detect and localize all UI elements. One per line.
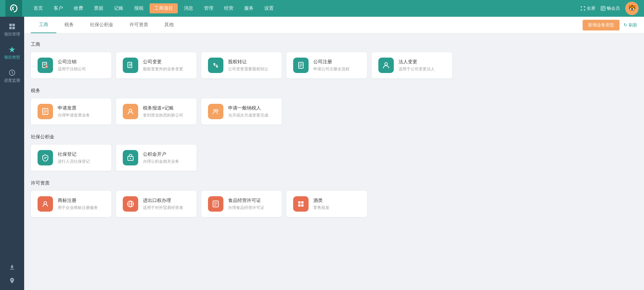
card-icon-invoice	[38, 104, 53, 119]
nav-bookkeeping[interactable]: 记账	[109, 3, 128, 13]
nav-service[interactable]: 服务	[239, 3, 258, 13]
mascot-avatar[interactable]: 🐯	[625, 2, 639, 15]
card-title-importexport: 进出口权办理	[143, 198, 183, 204]
svg-rect-2	[12, 24, 15, 26]
svg-rect-24	[301, 201, 304, 204]
nav-home[interactable]: 首页	[29, 3, 48, 13]
card-icon-importexport	[123, 196, 138, 212]
card-icon-tax-report	[123, 104, 138, 119]
card-text-taxpayer: 申请一般纳税人 当月或次月成变更完成	[228, 105, 268, 118]
card-icon-alcohol	[293, 196, 309, 212]
card-import-export[interactable]: 进出口权办理 适用于对外贸易经营者	[116, 191, 197, 217]
card-desc-tax-report: 拿到营业执照的新公司	[143, 113, 183, 118]
section-license: 许可资质 商标注册 用于企业商标注册服务	[31, 180, 637, 217]
svg-point-12	[385, 63, 387, 65]
tab-other[interactable]: 其他	[156, 17, 182, 33]
card-equity-transfer[interactable]: 股权转让 公司变更需要股权转让	[201, 52, 282, 78]
card-text-company-change: 公司变更 股权变更外的业务变更	[143, 59, 183, 72]
tab-license[interactable]: 许可资质	[121, 17, 156, 33]
member-label: 畅会员	[607, 5, 620, 11]
svg-point-19	[44, 202, 47, 204]
card-tax-report[interactable]: 税务报道+记账 拿到营业执照的新公司	[116, 98, 197, 125]
card-text-register: 公司注册 申请公司注册全流程	[313, 59, 350, 72]
card-icon-company-cancel	[38, 58, 53, 73]
card-text-equity: 股权转让 公司变更需要股权转让	[228, 59, 268, 72]
section-social: 社保公积金 社保登记 进行人员社保登记	[31, 134, 637, 171]
card-title-social: 社保登记	[58, 151, 90, 157]
fullscreen-btn[interactable]: 全屏	[581, 5, 595, 11]
card-title-alcohol: 酒类	[313, 198, 329, 204]
nav-message[interactable]: 消息	[179, 3, 198, 13]
sidebar-label-project-mgmt: 项目管理	[4, 31, 20, 37]
nav-tax[interactable]: 报税	[129, 3, 148, 13]
svg-rect-1	[9, 24, 12, 26]
card-legal-change[interactable]: 法人变更 适用于公司变更法人	[372, 52, 452, 78]
refresh-icon: ↻	[624, 22, 627, 27]
card-text-legal: 法人变更 适用于公司变更法人	[398, 59, 435, 72]
svg-rect-3	[9, 27, 12, 29]
equity-icon	[212, 61, 220, 69]
tab-tax[interactable]: 税务	[56, 17, 82, 33]
cards-grid-commerce: 公司注销 适用于注销公司 公司变更 股权变更外的业务变更	[31, 52, 637, 78]
member-btn[interactable]: 畅会员	[601, 5, 620, 11]
nav-commerce[interactable]: 工商项目	[150, 3, 178, 13]
card-general-taxpayer[interactable]: 申请一般纳税人 当月或次月成变更完成	[201, 98, 282, 125]
card-housing-fund[interactable]: 公积金开户 办理公积金相关业务	[116, 145, 197, 171]
card-title-register: 公司注册	[313, 59, 350, 65]
cards-grid-tax: 申请发票 办理申请发票业务 税务报道+记账 拿到营业执照的新公司	[31, 98, 637, 125]
top-nav: 首页 客户 收费 票据 记账 报税 工商项目 消息 管理 经营 服务 设置 全屏…	[0, 0, 644, 17]
nav-bill[interactable]: 票据	[89, 3, 108, 13]
card-invoice[interactable]: 申请发票 办理申请发票业务	[31, 98, 111, 125]
card-title-taxpayer: 申请一般纳税人	[228, 105, 268, 111]
tab-commerce[interactable]: 工商	[31, 17, 56, 33]
refresh-btn[interactable]: ↻ 刷新	[624, 22, 637, 28]
card-company-register[interactable]: 公司注册 申请公司注册全流程	[286, 52, 367, 78]
nav-fee[interactable]: 收费	[69, 3, 88, 13]
card-desc-alcohol: 零售批发	[313, 205, 329, 211]
tab-social[interactable]: 社保公积金	[82, 17, 121, 33]
card-company-change[interactable]: 公司变更 股权变更外的业务变更	[116, 52, 197, 78]
svg-point-14	[129, 109, 132, 112]
cards-grid-social: 社保登记 进行人员社保登记 公积金开户 办理公积金相关业务	[31, 145, 637, 171]
project-type-icon	[8, 46, 16, 53]
card-desc-equity: 公司变更需要股权转让	[228, 66, 268, 72]
nav-settings[interactable]: 设置	[260, 3, 278, 13]
card-title-equity: 股权转让	[228, 59, 268, 65]
sidebar: 项目管理 项目类型 进度监测	[0, 17, 24, 290]
project-mgmt-icon	[8, 23, 16, 30]
card-icon-company-change	[123, 58, 138, 73]
card-desc-company-cancel: 适用于注销公司	[58, 66, 86, 72]
legal-icon	[382, 61, 390, 69]
nav-right: 全屏 畅会员 🐯	[581, 2, 639, 15]
card-alcohol[interactable]: 酒类 零售批发	[286, 191, 367, 217]
food-icon	[212, 200, 220, 208]
card-food-license[interactable]: 食品经营许可证 办理食品经营许可证	[201, 191, 282, 217]
svg-point-15	[214, 110, 216, 112]
card-desc-importexport: 适用于对外贸易经营者	[143, 205, 183, 211]
card-title-company-cancel: 公司注销	[58, 59, 86, 65]
card-desc-legal: 适用于公司变更法人	[398, 66, 435, 72]
card-trademark[interactable]: 商标注册 用于企业商标注册服务	[31, 191, 111, 217]
card-title-trademark: 商标注册	[58, 198, 98, 204]
sidebar-bottom	[8, 263, 16, 290]
download-icon[interactable]	[8, 263, 16, 271]
card-icon-food	[208, 196, 223, 212]
sidebar-item-project-type[interactable]: 项目类型	[1, 43, 23, 63]
new-type-btn[interactable]: 新增业务类型	[583, 20, 620, 30]
svg-point-18	[130, 158, 131, 159]
card-desc-trademark: 用于企业商标注册服务	[58, 205, 98, 211]
nav-customer[interactable]: 客户	[49, 3, 68, 13]
sidebar-item-project-mgmt[interactable]: 项目管理	[1, 20, 23, 40]
card-icon-register	[293, 58, 309, 73]
svg-rect-4	[12, 27, 15, 29]
card-social-insurance[interactable]: 社保登记 进行人员社保登记	[31, 145, 111, 171]
section-license-title: 许可资质	[31, 180, 637, 186]
nav-manage[interactable]: 管理	[199, 3, 218, 13]
card-title-legal: 法人变更	[398, 59, 435, 65]
card-company-cancel[interactable]: 公司注销 适用于注销公司	[31, 52, 111, 78]
nav-operation[interactable]: 经营	[219, 3, 238, 13]
alcohol-icon	[297, 200, 305, 208]
sidebar-item-progress[interactable]: 进度监测	[1, 66, 23, 86]
change-icon	[126, 61, 135, 69]
location-icon[interactable]	[8, 277, 16, 285]
